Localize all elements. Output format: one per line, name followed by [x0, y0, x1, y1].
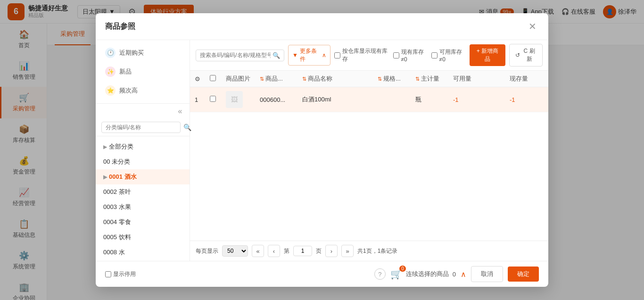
sort-icon: ⇅ — [378, 76, 382, 82]
category-item-0005[interactable]: 0005 饮料 — [96, 230, 190, 245]
cell-check — [205, 87, 221, 112]
quick-link-recent[interactable]: 🕐 近期购买 — [101, 45, 184, 61]
show-disabled-checkbox-label[interactable]: 显示停用 — [105, 270, 136, 278]
search-icon[interactable]: 🔍 — [272, 52, 280, 59]
cart-label: 连续选择的商品 — [406, 270, 449, 278]
current-stock-checkbox[interactable] — [393, 52, 399, 58]
checkbox-current-stock[interactable]: 现有库存≠0 — [393, 48, 428, 63]
sort-icon: ⇅ — [260, 76, 264, 82]
page-number-input[interactable] — [293, 246, 312, 256]
page-first-button[interactable]: « — [252, 245, 264, 257]
category-item-0008[interactable]: 0008 水 — [96, 245, 190, 260]
footer-right: ? 🛒 0 连续选择的商品 0 ∧ 取消 确定 — [374, 266, 539, 282]
cell-code: 000600... — [255, 87, 297, 112]
category-item-00[interactable]: 00 未分类 — [96, 154, 190, 169]
th-spec[interactable]: ⇅ 规格... — [373, 71, 411, 87]
th-image: 商品图片 — [221, 71, 255, 87]
category-label: 0003 水果 — [103, 203, 131, 211]
th-settings: ⚙ — [190, 71, 205, 87]
category-search-input[interactable] — [101, 122, 181, 133]
page-total-info: 共1页，1条记录 — [357, 247, 397, 255]
modal-title: 商品参照 — [105, 22, 135, 32]
category-item-0001[interactable]: ▶ 0001 酒水 — [96, 169, 190, 184]
category-search-area: 🔍 — [96, 119, 190, 136]
add-product-button[interactable]: + 新增商品 — [470, 44, 505, 66]
quick-link-freq[interactable]: ⭐ 频次高 — [101, 83, 184, 99]
th-name[interactable]: ⇅ 商品名称 — [297, 71, 373, 87]
more-filter-button[interactable]: ▼ 更多条件 ∧ — [288, 45, 330, 66]
panel-collapse-button[interactable]: « — [174, 106, 186, 117]
confirm-button[interactable]: 确定 — [508, 267, 539, 282]
modal-header: 商品参照 ✕ — [96, 13, 548, 40]
table-settings-icon[interactable]: ⚙ — [195, 75, 200, 83]
cell-image: 🖼 — [221, 87, 255, 112]
category-label: 0004 零食 — [103, 218, 131, 226]
category-label: 0008 水 — [103, 248, 125, 257]
page-suffix: 页 — [316, 247, 322, 255]
table-header-row: ⚙ 商品图片 ⇅ 商品... — [190, 71, 548, 87]
pagination-bar: 每页显示 50 100 200 « ‹ 第 页 › » 共1页，1条记录 — [190, 241, 548, 261]
filter-label: 更多条件 — [300, 47, 320, 63]
category-item-0002[interactable]: 0002 茶叶 — [96, 184, 190, 200]
new-prod-icon: ✨ — [105, 67, 116, 77]
quick-link-recent-label: 近期购买 — [119, 49, 144, 57]
cell-unit: 瓶 — [411, 87, 448, 112]
arrow-icon: ▶ — [103, 174, 107, 180]
page-current-label: 第 — [284, 247, 289, 255]
category-item-all[interactable]: ▶ 全部分类 — [96, 139, 190, 154]
cancel-button[interactable]: 取消 — [471, 266, 503, 282]
category-item-0003[interactable]: 0003 水果 — [96, 200, 190, 215]
recent-icon: 🕐 — [105, 48, 116, 58]
modal-close-button[interactable]: ✕ — [526, 20, 539, 33]
cart-icon-wrap: 🛒 0 — [390, 268, 402, 280]
category-label: 0002 茶叶 — [103, 188, 131, 196]
cell-spec — [373, 87, 411, 112]
cart-count-label: 0 — [453, 271, 456, 278]
page-size-select[interactable]: 50 100 200 — [222, 245, 248, 257]
th-stock: 现存量 — [505, 71, 548, 87]
quick-link-new[interactable]: ✨ 新品 — [101, 64, 184, 80]
quick-link-freq-label: 频次高 — [119, 86, 138, 95]
cell-stock: -1 — [505, 87, 548, 112]
th-unit[interactable]: ⇅ 主计量 — [411, 71, 448, 87]
warehouse-stock-checkbox[interactable] — [334, 52, 340, 58]
stock-value: -1 — [510, 96, 515, 103]
product-reference-modal: 商品参照 ✕ 🕐 近期购买 ✨ 新品 ⭐ 频次高 « — [96, 13, 548, 287]
quick-link-new-label: 新品 — [119, 67, 132, 76]
checkbox-warehouse-stock[interactable]: 按仓库显示现有库存 — [334, 47, 389, 63]
category-label: 00 未分类 — [103, 158, 130, 166]
product-search-input[interactable] — [200, 52, 271, 58]
category-label: 0005 饮料 — [103, 233, 131, 242]
table-row[interactable]: 1 🖼 000600... 白酒100ml 瓶 — [190, 87, 548, 112]
th-code[interactable]: ⇅ 商品... — [255, 71, 297, 87]
refresh-icon: ↺ — [515, 52, 520, 58]
page-prev-button[interactable]: ‹ — [268, 245, 280, 257]
category-item-0004[interactable]: 0004 零食 — [96, 215, 190, 230]
page-last-button[interactable]: » — [341, 245, 354, 257]
product-thumbnail: 🖼 — [226, 91, 243, 108]
modal-body: 🕐 近期购买 ✨ 新品 ⭐ 频次高 « 🔍 — [96, 40, 548, 261]
cart-collapse-icon[interactable]: ∧ — [461, 270, 466, 279]
panel-collapse-area: « — [96, 104, 190, 119]
row-checkbox[interactable] — [210, 96, 216, 102]
quick-links-area: 🕐 近期购买 ✨ 新品 ⭐ 频次高 — [96, 40, 190, 104]
right-toolbar: 🔍 ▼ 更多条件 ∧ 按仓库显示现有库存 现有库存≠0 可用库存≠0 — [190, 40, 548, 71]
category-label: 0001 酒水 — [109, 173, 137, 181]
page-next-button[interactable]: › — [325, 245, 338, 257]
page-size-label: 每页显示 — [196, 247, 218, 255]
checkbox-available-stock[interactable]: 可用库存≠0 — [431, 48, 466, 63]
checkbox-label: 可用库存≠0 — [439, 48, 466, 63]
toolbar-right: + 新增商品 ↺ C 刷新 — [470, 44, 543, 67]
refresh-button[interactable]: ↺ C 刷新 — [509, 44, 543, 67]
category-tree: ▶ 全部分类 00 未分类 ▶ 0001 酒水 0002 茶叶 0003 水果 — [96, 136, 190, 261]
cell-name: 白酒100ml — [297, 87, 373, 112]
select-all-checkbox[interactable] — [210, 75, 216, 81]
cell-available: -1 — [448, 87, 505, 112]
available-stock-checkbox[interactable] — [431, 52, 438, 58]
product-table-wrap: ⚙ 商品图片 ⇅ 商品... — [190, 71, 548, 241]
th-checkbox — [205, 71, 221, 87]
help-icon[interactable]: ? — [374, 268, 386, 280]
show-disabled-checkbox[interactable] — [105, 271, 111, 277]
cart-area: 🛒 0 连续选择的商品 0 — [390, 268, 456, 280]
sort-icon: ⇅ — [415, 76, 420, 82]
